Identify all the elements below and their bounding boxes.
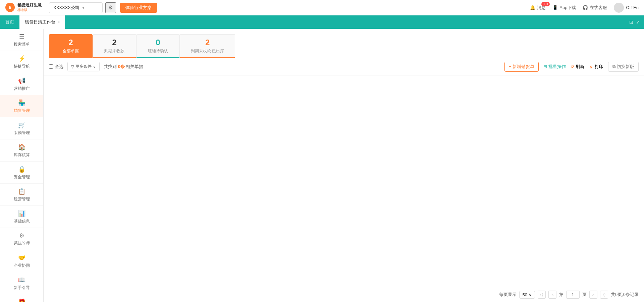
download-icon: 📱 <box>552 5 558 10</box>
app-download-label: App下载 <box>559 5 576 11</box>
stat-overdue-number: 2 <box>112 38 116 48</box>
chevron-down-icon: ▼ <box>82 6 85 10</box>
operations-icon: 📋 <box>18 188 25 195</box>
filter-label: 更多条件 <box>75 64 92 69</box>
sidebar-item-app-center[interactable]: 🎁 应用中心 <box>0 294 43 302</box>
top-header: 6 畅捷通好生意 标准版 XXXXXX公司 ▼ ⚙ 体验行业方案 🔔 消息 99… <box>0 0 644 15</box>
logo-sub: 标准版 <box>17 8 42 12</box>
print-label: 打印 <box>595 64 603 70</box>
stat-shipped-number: 2 <box>205 38 210 48</box>
sidebar-item-purchase[interactable]: 🛒 采购管理 <box>0 117 43 139</box>
username: OfTEn <box>626 5 639 10</box>
sidebar: ☰ 搜索菜单 ⚡ 快捷导航 📢 营销推广 🏪 销售管理 🛒 采购管理 🏠 库存核… <box>0 29 44 302</box>
toolbar-right: + 新增销货单 ⊞ 批量操作 ↺ 刷新 🖨 打印 ⧉ 切换新版 <box>504 62 639 72</box>
app-download-btn[interactable]: 📱 App下载 <box>552 5 576 11</box>
tab-expand-icon[interactable]: ⤢ <box>636 19 640 25</box>
newbie-icon: 📖 <box>18 276 25 284</box>
headset-icon: 🎧 <box>583 5 588 10</box>
active-tab-label: 钱货日清工作台 <box>25 19 55 25</box>
sidebar-label-system: 系统管理 <box>14 241 30 246</box>
basic-info-icon: 📊 <box>18 210 25 217</box>
online-service-btn[interactable]: 🎧 在线客服 <box>583 5 607 11</box>
found-text: 共找到 0条 相关单据 <box>104 64 143 70</box>
online-service-label: 在线客服 <box>590 5 607 11</box>
pagination: 每页显示 50 ∨ ⟨⟨ ＜ 第 页 ＞ ⟩⟩ 共0页,0条记录 <box>44 287 644 302</box>
sidebar-item-inventory[interactable]: 🏠 库存核算 <box>0 139 43 162</box>
avatar <box>614 3 624 13</box>
inventory-icon: 🏠 <box>18 143 25 151</box>
select-all-checkbox[interactable]: 全选 <box>49 64 63 70</box>
stat-wangpu-label: 旺辅待确认 <box>148 48 168 54</box>
switch-label: 切换新版 <box>617 64 634 70</box>
sidebar-label-newbie: 新手引导 <box>14 285 30 291</box>
stat-tab-overdue[interactable]: 2 到期未收款 <box>93 34 136 58</box>
stat-all-number: 2 <box>68 38 73 48</box>
refresh-label: 刷新 <box>576 64 584 70</box>
system-icon: ⚙ <box>19 232 24 239</box>
sidebar-item-system[interactable]: ⚙ 系统管理 <box>0 228 43 250</box>
total-label: 共0页,0条记录 <box>611 292 639 298</box>
logo-area: 6 畅捷通好生意 标准版 <box>5 3 49 12</box>
tab-qianhuoriqing[interactable]: 钱货日清工作台 × <box>19 15 65 29</box>
sidebar-label-sales: 销售管理 <box>14 108 30 114</box>
page-prev-btn[interactable]: ＜ <box>548 291 556 299</box>
company-selector[interactable]: XXXXXX公司 ▼ <box>49 2 103 13</box>
header-right: 🔔 消息 99+ 📱 App下载 🎧 在线客服 OfTEn <box>530 3 639 13</box>
per-page-label: 每页显示 <box>499 292 517 298</box>
page-first-btn[interactable]: ⟨⟨ <box>538 291 546 299</box>
sales-icon: 🏪 <box>18 99 25 107</box>
tab-restore-icon[interactable]: ⊡ <box>629 19 633 25</box>
sidebar-label-basic-info: 基础信息 <box>14 219 30 224</box>
select-all-input[interactable] <box>49 64 53 69</box>
batch-ops-btn[interactable]: ⊞ 批量操作 <box>543 64 566 70</box>
logo-icon: 6 <box>5 3 15 12</box>
filter-icon: ▽ <box>71 64 74 69</box>
sidebar-item-operations[interactable]: 📋 经营管理 <box>0 184 43 206</box>
sidebar-item-search[interactable]: ☰ 搜索菜单 <box>0 29 43 51</box>
sidebar-item-finance[interactable]: 🔒 资金管理 <box>0 162 43 184</box>
stat-tab-wangpu[interactable]: 0 旺辅待确认 <box>136 34 180 58</box>
sidebar-item-newbie[interactable]: 📖 新手引导 <box>0 272 43 294</box>
sidebar-label-operations: 经营管理 <box>14 196 30 202</box>
stat-tab-all[interactable]: 2 全部单据 <box>49 34 93 58</box>
toolbar: 全选 ▽ 更多条件 ∨ 共找到 0条 相关单据 + 新增销货单 ⊞ 批量操作 ↺ <box>44 58 644 75</box>
stat-shipped-label: 到期未收款 已出库 <box>191 48 224 54</box>
stat-tab-shipped[interactable]: 2 到期未收款 已出库 <box>180 34 235 58</box>
settings-icon-btn[interactable]: ⚙ <box>105 2 116 13</box>
page-input[interactable] <box>566 291 580 299</box>
print-btn[interactable]: 🖨 打印 <box>589 64 603 70</box>
found-count: 0条 <box>118 64 125 69</box>
page-next-btn[interactable]: ＞ <box>589 291 597 299</box>
logo-text: 畅捷通好生意 标准版 <box>17 3 42 12</box>
avatar-area[interactable]: OfTEn <box>614 3 639 13</box>
marketing-icon: 📢 <box>18 77 25 84</box>
new-order-btn[interactable]: + 新增销货单 <box>504 62 539 72</box>
tab-home[interactable]: 首页 <box>0 15 19 29</box>
messages-btn[interactable]: 🔔 消息 99+ <box>530 5 546 11</box>
per-page-select[interactable]: 50 ∨ <box>519 291 535 299</box>
stats-tabs: 2 全部单据 2 到期未收款 0 旺辅待确认 2 到期未收款 已出库 <box>44 29 644 58</box>
tab-bar: 首页 钱货日清工作台 × ⊡ ⤢ <box>0 15 644 29</box>
experience-btn[interactable]: 体验行业方案 <box>120 3 157 13</box>
sidebar-item-marketing[interactable]: 📢 营销推广 <box>0 73 43 95</box>
tab-close-icon[interactable]: × <box>57 20 60 24</box>
refresh-btn[interactable]: ↺ 刷新 <box>571 64 584 70</box>
stat-all-label: 全部单据 <box>63 48 79 54</box>
sidebar-item-quicknav[interactable]: ⚡ 快捷导航 <box>0 51 43 73</box>
switch-version-btn[interactable]: ⧉ 切换新版 <box>608 62 639 72</box>
filter-btn[interactable]: ▽ 更多条件 ∨ <box>67 62 100 71</box>
sidebar-item-enterprise-collab[interactable]: 🤝 企业协同 <box>0 250 43 272</box>
sidebar-item-sales[interactable]: 🏪 销售管理 <box>0 95 43 117</box>
table-area <box>44 75 644 287</box>
found-prefix: 共找到 <box>104 64 117 69</box>
content-area: 2 全部单据 2 到期未收款 0 旺辅待确认 2 到期未收款 已出库 <box>44 29 644 302</box>
page-last-btn[interactable]: ⟩⟩ <box>600 291 608 299</box>
search-menu-icon: ☰ <box>19 33 24 40</box>
sidebar-label-quicknav: 快捷导航 <box>14 64 30 69</box>
refresh-icon: ↺ <box>571 64 574 69</box>
home-tab-label: 首页 <box>5 19 14 25</box>
sidebar-item-basic-info[interactable]: 📊 基础信息 <box>0 206 43 228</box>
finance-icon: 🔒 <box>18 166 25 173</box>
page-suffix: 页 <box>582 292 587 298</box>
found-suffix: 相关单据 <box>126 64 143 69</box>
